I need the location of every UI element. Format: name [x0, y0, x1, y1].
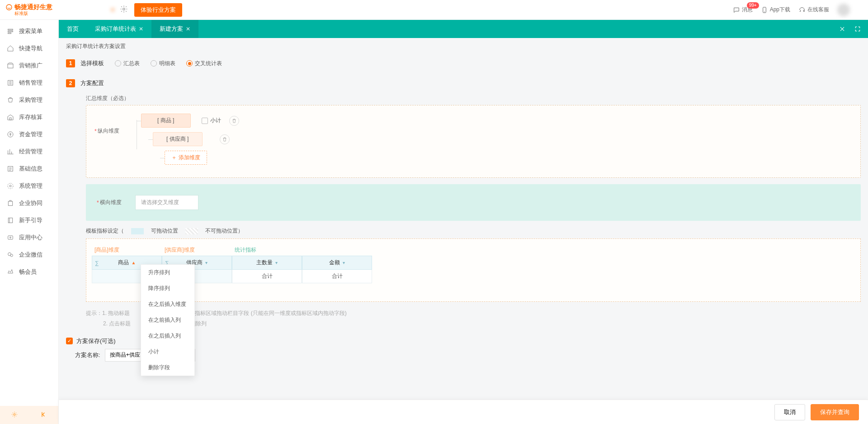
- sidebar-item-base[interactable]: 基础信息: [0, 160, 58, 177]
- tab-bar: 首页采购订单统计表✕新建方案✕: [59, 20, 868, 38]
- sidebar-footer: [0, 406, 58, 424]
- sidebar-item-system[interactable]: 系统管理: [0, 177, 58, 195]
- chevron-down-icon: ▾: [205, 260, 208, 265]
- menu-item[interactable]: 删除字段: [141, 360, 194, 376]
- sidebar: 搜索菜单快捷导航营销推广销售管理采购管理库存核算资金管理经营管理基础信息系统管理…: [0, 20, 59, 424]
- org-selector[interactable]: ▾: [72, 6, 114, 14]
- sidebar-item-wechat[interactable]: 企业微信: [0, 246, 58, 263]
- chevron-down-icon: ▾: [275, 260, 278, 265]
- step2-row: 2 方案配置: [66, 75, 861, 92]
- sidebar-item-label: 资金管理: [19, 130, 42, 138]
- tab-首页[interactable]: 首页: [59, 20, 87, 38]
- sidebar-item-sales[interactable]: 销售管理: [0, 74, 58, 91]
- topbar: 畅捷通好生意 标准版 ▾ 体验行业方案 消息 99+ App下载: [0, 0, 868, 20]
- vertical-dim-box: *纵向维度 [ 商品 ] 小计 [ 供应商 ]: [86, 105, 861, 178]
- sidebar-item-label: 库存核算: [19, 113, 42, 121]
- base-icon: [6, 165, 14, 173]
- menu-item[interactable]: 在之后插入列: [141, 328, 194, 344]
- save-query-button[interactable]: 保存并查询: [811, 404, 859, 420]
- menu-item[interactable]: 在之前插入列: [141, 312, 194, 328]
- brand-edition: 标准版: [14, 10, 28, 17]
- add-dimension-button[interactable]: ＋ 添加维度: [165, 151, 207, 165]
- sidebar-item-search[interactable]: 搜索菜单: [0, 23, 58, 40]
- col-header-amount[interactable]: 金额 ▾: [302, 256, 372, 270]
- cell-amount-total: 合计: [302, 270, 372, 283]
- col-header-qty[interactable]: 主数量 ▾: [232, 256, 302, 270]
- sidebar-item-promo[interactable]: 营销推广: [0, 57, 58, 74]
- save-plan-label: 方案保存(可选): [76, 337, 116, 345]
- collapse-icon[interactable]: [40, 411, 47, 419]
- step1-row: 1 选择模板 汇总表明细表交叉统计表: [66, 55, 861, 72]
- horizontal-dim-box: *横向维度 请选择交叉维度: [86, 184, 861, 221]
- cross-dim-select[interactable]: 请选择交叉维度: [135, 195, 198, 210]
- menu-item[interactable]: 降序排列: [141, 281, 194, 296]
- delete-dim-icon[interactable]: [220, 134, 230, 144]
- online-service-button[interactable]: 在线客服: [798, 6, 829, 14]
- settings-gear-icon[interactable]: [120, 5, 128, 14]
- sidebar-item-purchase[interactable]: 采购管理: [0, 91, 58, 109]
- tips-text: 提示：1. 拖动标题 可跨维度或指标区域拖动栏目字段 (只能在同一维度或指标区域…: [86, 308, 861, 329]
- sidebar-item-label: 新手引导: [19, 216, 42, 224]
- settings-icon[interactable]: [11, 411, 18, 419]
- svg-rect-9: [9, 118, 11, 120]
- appstore-icon: [6, 233, 14, 242]
- delete-dim-icon[interactable]: [229, 116, 239, 126]
- quicknav-icon: [6, 44, 14, 52]
- svg-point-0: [6, 5, 12, 10]
- sidebar-item-quicknav[interactable]: 快捷导航: [0, 40, 58, 57]
- close-tab-icon[interactable]: [836, 23, 848, 35]
- svg-rect-15: [8, 218, 12, 223]
- svg-point-12: [9, 185, 11, 187]
- app-download-button[interactable]: App下载: [761, 6, 790, 14]
- search-icon: [6, 27, 14, 35]
- svg-rect-16: [8, 236, 13, 239]
- sidebar-item-label: 系统管理: [19, 182, 42, 190]
- tab-close-icon[interactable]: ✕: [186, 26, 190, 32]
- messages-button[interactable]: 消息 99+: [733, 6, 753, 14]
- step1-title: 选择模板: [80, 59, 104, 67]
- menu-item[interactable]: 在之后插入维度: [141, 296, 194, 312]
- sidebar-item-ops[interactable]: 经营管理: [0, 143, 58, 160]
- template-radio[interactable]: 交叉统计表: [186, 60, 222, 67]
- step2-number: 2: [66, 79, 75, 87]
- sidebar-item-label: 快捷导航: [19, 44, 42, 52]
- dim-tree: [ 商品 ] 小计 [ 供应商 ] ＋ 添: [133, 114, 239, 169]
- dim-header-product: [商品]维度: [92, 244, 162, 256]
- cancel-button[interactable]: 取消: [774, 404, 805, 420]
- template-metric-legend: 模板指标设定（ 可拖动位置 不可拖动位置）: [86, 227, 861, 235]
- sales-icon: [6, 79, 14, 87]
- sidebar-item-guide[interactable]: 新手引导: [0, 212, 58, 229]
- sort-asc-icon: ▲: [132, 260, 136, 265]
- sidebar-item-label: 基础信息: [19, 165, 42, 173]
- ops-icon: [6, 148, 14, 156]
- promo-icon: [6, 62, 14, 70]
- breadcrumb: 采购订单统计表方案设置: [59, 38, 868, 55]
- sidebar-item-collab[interactable]: 企业协同: [0, 195, 58, 212]
- svg-point-20: [14, 414, 15, 415]
- dim-chip-supplier[interactable]: [ 供应商 ]: [153, 132, 203, 146]
- fullscreen-icon[interactable]: [852, 23, 863, 35]
- user-avatar[interactable]: [837, 4, 863, 16]
- dim-chip-product[interactable]: [ 商品 ]: [141, 114, 191, 128]
- template-radio[interactable]: 汇总表: [115, 60, 140, 67]
- menu-item[interactable]: 升序排列: [141, 265, 194, 281]
- menu-item[interactable]: 小计: [141, 344, 194, 360]
- svg-point-19: [10, 254, 13, 257]
- member-icon: [6, 268, 14, 276]
- cell-qty-total: 合计: [232, 270, 302, 283]
- tab-close-icon[interactable]: ✕: [139, 26, 143, 32]
- template-radio[interactable]: 明细表: [151, 60, 175, 67]
- svg-point-13: [8, 183, 13, 189]
- save-plan-checkbox[interactable]: ✓: [66, 338, 73, 344]
- sidebar-item-appstore[interactable]: 应用中心: [0, 229, 58, 246]
- purchase-icon: [6, 96, 14, 104]
- sidebar-item-stock[interactable]: 库存核算: [0, 109, 58, 126]
- subtotal-checkbox[interactable]: 小计: [202, 117, 221, 124]
- vdim-label: *纵向维度: [94, 127, 119, 135]
- sidebar-item-finance[interactable]: 资金管理: [0, 126, 58, 143]
- tab-采购订单统计表[interactable]: 采购订单统计表✕: [87, 20, 151, 38]
- radio-icon: [115, 60, 121, 67]
- trial-plan-button[interactable]: 体验行业方案: [134, 3, 182, 17]
- tab-新建方案[interactable]: 新建方案✕: [151, 20, 198, 38]
- sidebar-item-member[interactable]: 畅会员: [0, 263, 58, 281]
